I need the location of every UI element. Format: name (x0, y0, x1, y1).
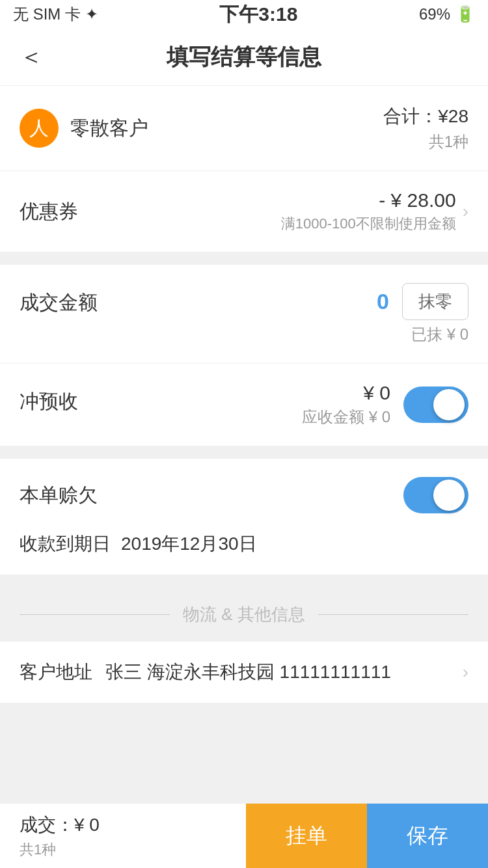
debt-toggle[interactable] (403, 477, 468, 513)
customer-section: 人 零散客户 合计：¥28 共1种 优惠券 - ¥ 28.00 满1000-10… (0, 86, 488, 252)
avatar: 人 (20, 109, 59, 148)
footer-count: 共1种 (20, 840, 226, 860)
hold-button[interactable]: 挂单 (246, 804, 367, 868)
footer-deal: 成交：¥ 0 (20, 813, 226, 837)
logistics-line-right (318, 614, 468, 615)
prepay-amount: ¥ 0 (302, 382, 390, 404)
logistics-text: 物流 & 其他信息 (170, 603, 318, 626)
toggle-knob (433, 389, 465, 420)
amount-number: 0 (377, 289, 389, 314)
amount-label: 成交金额 (20, 283, 98, 316)
status-right: 69% 🔋 (419, 5, 475, 23)
status-time: 下午3:18 (219, 1, 297, 28)
address-section: 客户地址 张三 海淀永丰科技园 11111111111 › (0, 642, 488, 703)
logistics-line-left (20, 614, 170, 615)
address-row[interactable]: 客户地址 张三 海淀永丰科技园 11111111111 › (0, 642, 488, 703)
status-left: 无 SIM 卡 ✦ (13, 4, 98, 25)
customer-right: 合计：¥28 共1种 (383, 104, 468, 152)
address-label: 客户地址 (20, 660, 92, 685)
amount-sub-text: 已抹 ¥ 0 (0, 320, 488, 363)
battery-icon: 🔋 (455, 5, 475, 23)
coupon-value: - ¥ 28.00 满1000-100不限制使用金额 (281, 189, 456, 234)
customer-name: 零散客户 (70, 115, 148, 142)
round-button[interactable]: 抹零 (402, 283, 468, 320)
page-title: 填写结算等信息 (167, 42, 321, 72)
coupon-desc: 满1000-100不限制使用金额 (281, 214, 456, 234)
customer-count: 共1种 (383, 131, 468, 152)
chevron-right-icon: › (463, 201, 468, 222)
battery-level: 69% (419, 5, 450, 23)
back-button[interactable]: ＜ (20, 41, 43, 73)
prepay-value: ¥ 0 应收金额 ¥ 0 (302, 382, 390, 427)
address-chevron-icon: › (463, 662, 468, 683)
logistics-divider: 物流 & 其他信息 (0, 588, 488, 642)
sim-status: 无 SIM 卡 ✦ (13, 4, 98, 25)
debt-label: 本单赊欠 (20, 482, 98, 509)
content: 人 零散客户 合计：¥28 共1种 优惠券 - ¥ 28.00 满1000-10… (0, 86, 488, 768)
coupon-label: 优惠券 (20, 198, 78, 225)
debt-toggle-knob (433, 480, 465, 511)
footer-info: 成交：¥ 0 共1种 (0, 804, 246, 868)
status-bar: 无 SIM 卡 ✦ 下午3:18 69% 🔋 (0, 0, 488, 29)
amount-section: 成交金额 0 抹零 已抹 ¥ 0 冲预收 ¥ 0 应收金额 ¥ 0 (0, 265, 488, 446)
coupon-right: - ¥ 28.00 满1000-100不限制使用金额 › (281, 189, 468, 234)
footer-deal-amount: ¥ 0 (74, 815, 100, 835)
coupon-row[interactable]: 优惠券 - ¥ 28.00 满1000-100不限制使用金额 › (0, 170, 488, 252)
customer-row: 人 零散客户 合计：¥28 共1种 (0, 86, 488, 170)
prepay-label: 冲预收 (20, 382, 78, 415)
footer: 成交：¥ 0 共1种 挂单 保存 (0, 803, 488, 868)
nav-bar: ＜ 填写结算等信息 (0, 29, 488, 86)
prepay-toggle[interactable] (403, 387, 468, 423)
amount-right: 0 抹零 (377, 283, 468, 320)
customer-total: 合计：¥28 (383, 104, 468, 129)
debt-section: 本单赊欠 收款到期日 2019年12月30日 (0, 459, 488, 575)
footer-deal-label: 成交： (20, 815, 74, 835)
address-value: 张三 海淀永丰科技园 11111111111 (105, 660, 463, 685)
debt-row: 本单赊欠 (0, 459, 488, 532)
save-button[interactable]: 保存 (367, 804, 488, 868)
due-row: 收款到期日 2019年12月30日 (0, 532, 488, 575)
prepay-sub: 应收金额 ¥ 0 (302, 407, 390, 427)
prepay-row: 冲预收 ¥ 0 应收金额 ¥ 0 (0, 363, 488, 446)
coupon-amount: - ¥ 28.00 (281, 189, 456, 211)
due-label: 收款到期日 (20, 532, 111, 556)
avatar-icon: 人 (29, 115, 49, 142)
prepay-right: ¥ 0 应收金额 ¥ 0 (302, 382, 468, 427)
due-date: 2019年12月30日 (121, 532, 257, 556)
customer-left: 人 零散客户 (20, 109, 148, 148)
amount-row: 成交金额 0 抹零 (0, 265, 488, 320)
